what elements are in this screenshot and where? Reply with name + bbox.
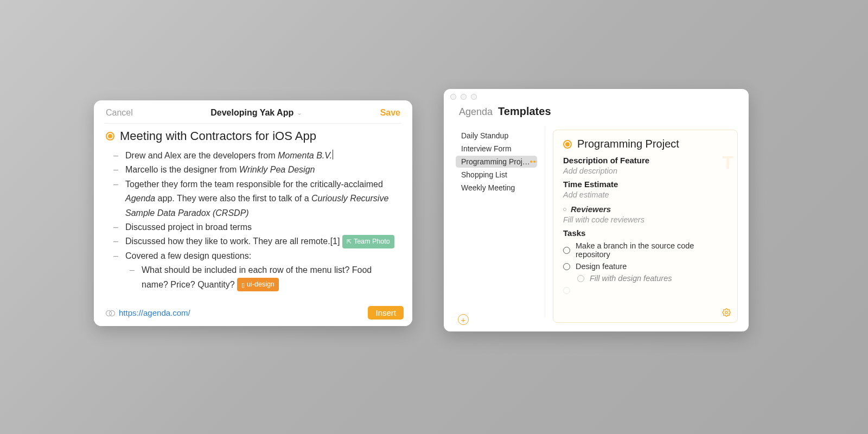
agenda-dot-icon bbox=[106, 132, 114, 141]
bullet-emphasis: Momenta B.V. bbox=[278, 151, 332, 160]
editor-footer: https://agenda.com/ Insert bbox=[94, 301, 412, 326]
attachment-icon: ⇱ bbox=[347, 237, 352, 246]
link-icon bbox=[106, 310, 114, 316]
section-reviewers-heading: Reviewers bbox=[571, 205, 611, 214]
insert-button[interactable]: Insert bbox=[368, 306, 404, 320]
chip-label: Team Photo bbox=[354, 236, 390, 247]
link-display[interactable]: https://agenda.com/ bbox=[106, 308, 190, 317]
window-controls bbox=[444, 89, 749, 100]
checkbox-icon[interactable] bbox=[563, 247, 570, 254]
bullet-text: Covered a few design questions: bbox=[125, 249, 396, 263]
tag-chip[interactable]: ▯ui-design bbox=[237, 278, 279, 291]
sidebar-item-label: Daily Standup bbox=[461, 131, 508, 140]
checkbox-icon[interactable] bbox=[563, 263, 570, 270]
sidebar-item-label: Programming Proj… bbox=[461, 157, 530, 166]
bullet-text: Together they form the team responsible … bbox=[125, 180, 383, 189]
sidebar-item-label: Weekly Meeting bbox=[461, 183, 515, 192]
sidebar-item-label: Interview Form bbox=[461, 144, 512, 153]
sidebar-item-label: Shopping List bbox=[461, 170, 507, 179]
template-title[interactable]: Programming Project bbox=[577, 138, 679, 150]
save-button[interactable]: Save bbox=[380, 108, 400, 118]
checkbox-icon[interactable] bbox=[563, 287, 570, 294]
tab-bar: Agenda Templates bbox=[444, 100, 749, 120]
note-editor-card: Cancel Developing Yak App ⌄ Save Meeting… bbox=[94, 100, 412, 326]
project-title: Developing Yak App bbox=[210, 108, 293, 118]
editor-header: Cancel Developing Yak App ⌄ Save bbox=[94, 100, 412, 123]
bullet-text: app. They were also the first to talk of… bbox=[155, 194, 311, 203]
minimize-traffic-light[interactable] bbox=[461, 94, 467, 100]
task-text: Make a branch in the source code reposit… bbox=[576, 241, 727, 259]
cancel-button[interactable]: Cancel bbox=[106, 108, 133, 118]
bullet-text: Marcello is the designer from bbox=[125, 165, 239, 174]
zoom-traffic-light[interactable] bbox=[471, 94, 477, 100]
sidebar-item-programming-project[interactable]: Programming Proj…••• bbox=[456, 156, 537, 168]
close-traffic-light[interactable] bbox=[450, 94, 456, 100]
chevron-down-icon: ⌄ bbox=[297, 109, 302, 117]
templates-sidebar: Daily Standup Interview Form Programming… bbox=[456, 130, 537, 323]
bullet-text: Drew and Alex are the developers from bbox=[125, 151, 278, 160]
task-row[interactable]: Design feature bbox=[563, 260, 727, 272]
svg-point-0 bbox=[725, 311, 727, 314]
section-description-heading: Description of Feature bbox=[563, 156, 727, 165]
tasks-list: Make a branch in the source code reposit… bbox=[563, 240, 727, 296]
description-placeholder[interactable]: Add description bbox=[563, 167, 727, 175]
task-row[interactable]: Make a branch in the source code reposit… bbox=[563, 240, 727, 260]
note-title[interactable]: Meeting with Contractors for iOS App bbox=[120, 129, 316, 143]
add-template-button[interactable]: + bbox=[458, 314, 469, 325]
reviewers-placeholder[interactable]: Fill with code reviewers bbox=[563, 215, 727, 224]
tab-agenda[interactable]: Agenda bbox=[459, 106, 493, 118]
sidebar-item-interview-form[interactable]: Interview Form bbox=[456, 143, 537, 155]
divider bbox=[105, 123, 401, 124]
checkbox-icon[interactable] bbox=[577, 275, 584, 282]
attachment-chip[interactable]: ⇱Team Photo bbox=[342, 235, 394, 248]
bullet-icon bbox=[563, 208, 566, 211]
task-text: Design feature bbox=[576, 262, 627, 271]
vertical-separator bbox=[545, 126, 545, 317]
bullet-text: Discussed project in broad terms bbox=[125, 220, 396, 234]
more-icon[interactable]: ••• bbox=[530, 157, 537, 166]
chip-label: ui-design bbox=[247, 279, 275, 290]
link-url: https://agenda.com/ bbox=[119, 308, 190, 317]
gear-icon[interactable] bbox=[722, 308, 731, 317]
tab-templates[interactable]: Templates bbox=[498, 105, 551, 118]
bullet-text: Discussed how they like to work. They ar… bbox=[125, 237, 342, 246]
note-bullets[interactable]: Drew and Alex are the developers from Mo… bbox=[106, 149, 396, 292]
section-tasks-heading: Tasks bbox=[563, 228, 727, 238]
template-preview: T Programming Project Description of Fea… bbox=[553, 130, 738, 323]
sidebar-item-shopping-list[interactable]: Shopping List bbox=[456, 169, 537, 181]
time-placeholder[interactable]: Add estimate bbox=[563, 190, 727, 199]
task-row[interactable] bbox=[563, 284, 727, 296]
templates-window: Agenda Templates Daily Standup Interview… bbox=[444, 89, 749, 331]
agenda-dot-icon bbox=[563, 140, 572, 149]
project-selector[interactable]: Developing Yak App ⌄ bbox=[210, 108, 302, 118]
tag-icon: ▯ bbox=[241, 280, 245, 290]
bullet-emphasis: Wrinkly Pea Design bbox=[239, 165, 315, 174]
task-text bbox=[576, 286, 578, 295]
bullet-emphasis: Agenda bbox=[125, 194, 155, 203]
task-row[interactable]: Fill with design features bbox=[563, 272, 727, 284]
section-time-heading: Time Estimate bbox=[563, 180, 727, 189]
sidebar-item-weekly-meeting[interactable]: Weekly Meeting bbox=[456, 182, 537, 194]
task-text: Fill with design features bbox=[590, 274, 672, 283]
text-cursor bbox=[333, 150, 333, 159]
note-body[interactable]: Meeting with Contractors for iOS App Dre… bbox=[94, 127, 412, 301]
sidebar-item-daily-standup[interactable]: Daily Standup bbox=[456, 130, 537, 142]
